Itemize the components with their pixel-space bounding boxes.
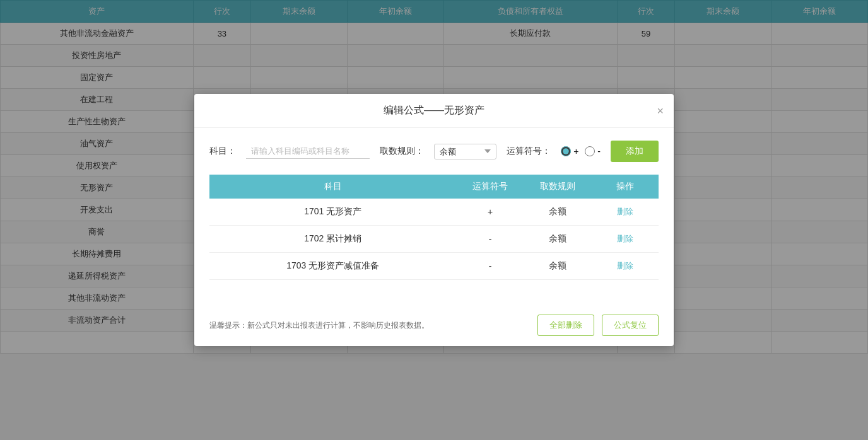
action-cell: 删除 [591,199,659,226]
inner-table-header: 科目 [209,175,457,199]
rule-cell: 余额 [524,199,591,226]
subject-label: 科目： [209,146,236,157]
modal-close-button[interactable]: × [657,105,664,117]
inner-table-header: 操作 [591,175,659,199]
operator-label: + [573,146,578,156]
inner-table-header: 取数规则 [524,175,591,199]
form-row: 科目： 取数规则： 余额借方贷方借方发生额贷方发生额 运算符号： +- 添加 [209,141,659,162]
inner-table-header: 运算符号 [457,175,524,199]
modal-body: 科目： 取数规则： 余额借方贷方借方发生额贷方发生额 运算符号： +- 添加 科… [194,128,674,304]
modal-dialog: 编辑公式——无形资产 × 科目： 取数规则： 余额借方贷方借方发生额贷方发生额 … [194,94,674,346]
table-row: 1701 无形资产+余额删除 [209,199,659,226]
table-row: 1703 无形资产减值准备-余额删除 [209,253,659,280]
modal-title: 编辑公式——无形资产 [384,105,484,115]
operator-radio-group: +- [561,146,601,156]
reset-formula-button[interactable]: 公式复位 [602,315,659,336]
subject-cell: 1703 无形资产减值准备 [209,253,457,280]
delete-row-button[interactable]: 删除 [617,233,633,245]
operator-cell: - [457,253,524,280]
footer-buttons: 全部删除 公式复位 [537,315,659,336]
action-cell: 删除 [591,253,659,280]
operator-radio-item[interactable]: + [561,146,578,156]
operator-label: - [597,146,601,156]
modal-overlay: 编辑公式——无形资产 × 科目： 取数规则： 余额借方贷方借方发生额贷方发生额 … [0,0,868,440]
subject-input[interactable] [246,144,370,159]
operator-label: 运算符号： [507,146,551,157]
modal-header: 编辑公式——无形资产 × [194,94,674,128]
delete-row-button[interactable]: 删除 [617,206,633,217]
delete-row-button[interactable]: 删除 [617,260,633,272]
operator-radio[interactable] [561,146,571,156]
add-button[interactable]: 添加 [611,141,659,162]
operator-cell: + [457,199,524,226]
subject-cell: 1701 无形资产 [209,199,457,226]
delete-all-button[interactable]: 全部删除 [537,315,594,336]
operator-radio-item[interactable]: - [585,146,601,156]
table-row: 1702 累计摊销-余额删除 [209,226,659,253]
rule-cell: 余额 [524,253,591,280]
operator-radio[interactable] [585,146,595,156]
subject-cell: 1702 累计摊销 [209,226,457,253]
rule-select-wrapper: 余额借方贷方借方发生额贷方发生额 [434,144,496,159]
action-cell: 删除 [591,226,659,253]
modal-footer: 温馨提示：新公式只对未出报表进行计算，不影响历史报表数据。 全部删除 公式复位 [194,304,674,346]
rule-select[interactable]: 余额借方贷方借方发生额贷方发生额 [434,144,496,159]
formula-table: 科目运算符号取数规则操作 1701 无形资产+余额删除1702 累计摊销-余额删… [209,175,659,280]
operator-cell: - [457,226,524,253]
footer-tip: 温馨提示：新公式只对未出报表进行计算，不影响历史报表数据。 [209,320,429,331]
rule-cell: 余额 [524,226,591,253]
rule-label: 取数规则： [380,146,424,157]
page-wrapper: 资产行次期末余额年初余额负债和所有者权益行次期末余额年初余额 其他非流动金融资产… [0,0,868,440]
